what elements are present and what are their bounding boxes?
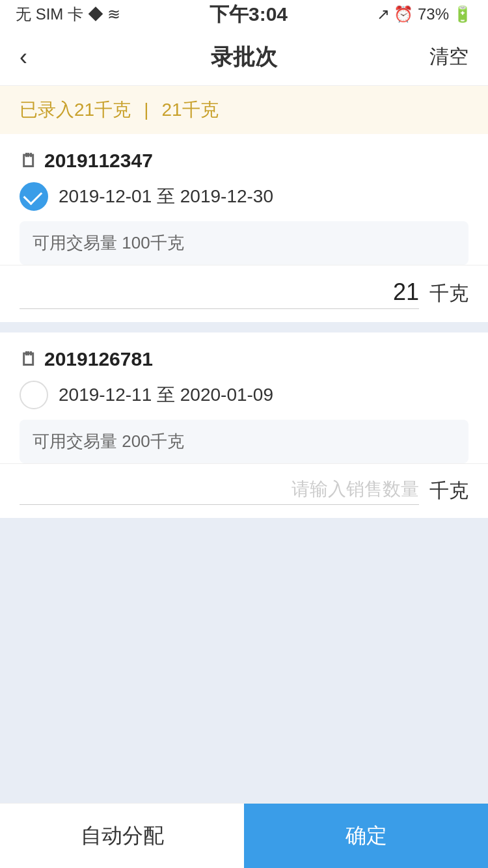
batch-1-available-qty: 可用交易量 100千克 — [20, 221, 468, 265]
bottom-bar: 自动分配 确定 — [0, 803, 488, 868]
info-banner: 已录入21千克 | 21千克 — [0, 86, 488, 134]
batch-1-date-row: 2019-12-01 至 2019-12-30 — [20, 182, 468, 211]
recorded-label: 已录入21千克 — [20, 98, 131, 122]
batch-1-number: 2019112347 — [44, 150, 153, 172]
status-left: 无 SIM 卡 ◆ ≋ — [16, 4, 120, 25]
back-button[interactable]: ‹ — [20, 44, 59, 71]
confirm-button[interactable]: 确定 — [244, 804, 488, 868]
empty-area — [0, 518, 488, 804]
batch-2-unit: 千克 — [429, 478, 468, 504]
page-title: 录批次 — [211, 42, 277, 72]
batch-2-checkbox[interactable] — [20, 381, 48, 409]
batch-2-date-row: 2019-12-11 至 2020-01-09 — [20, 381, 468, 409]
batch-2-header: 🗒 2019126781 — [20, 348, 468, 370]
status-right: ↗ ⏰ 73% 🔋 — [377, 5, 472, 23]
sim-label: 无 SIM 卡 ◆ ≋ — [16, 4, 120, 25]
batch-2-number: 2019126781 — [44, 348, 153, 370]
batch-1-qty-wrapper[interactable]: 21 — [20, 278, 419, 309]
batch-item-1: 🗒 2019112347 2019-12-01 至 2019-12-30 可用交… — [0, 134, 488, 265]
batch-1-header: 🗒 2019112347 — [20, 150, 468, 172]
auto-distribute-button[interactable]: 自动分配 — [0, 804, 244, 868]
batch-2-qty-placeholder: 请输入销售数量 — [291, 477, 419, 502]
batch-1-unit: 千克 — [429, 280, 468, 307]
batch-1-qty-row: 21 千克 — [0, 265, 488, 322]
batch-1-date: 2019-12-01 至 2019-12-30 — [59, 184, 273, 209]
info-amount: 21千克 — [161, 98, 218, 122]
batch-2-date: 2019-12-11 至 2020-01-09 — [59, 383, 273, 407]
batch-2-qty-wrapper[interactable]: 请输入销售数量 — [20, 477, 419, 505]
batch-1-checkbox[interactable] — [20, 182, 48, 211]
batch-1-qty-value: 21 — [380, 278, 419, 306]
nav-bar: ‹ 录批次 清空 — [0, 29, 488, 86]
status-time: 下午3:04 — [210, 1, 288, 28]
batch-2-qty-row: 请输入销售数量 千克 — [0, 463, 488, 518]
batch-1-icon: 🗒 — [20, 150, 38, 172]
info-divider: | — [144, 100, 148, 120]
battery-icon: 🔋 — [453, 5, 472, 23]
status-bar: 无 SIM 卡 ◆ ≋ 下午3:04 ↗ ⏰ 73% 🔋 — [0, 0, 488, 29]
section-divider — [0, 322, 488, 332]
clear-button[interactable]: 清空 — [429, 44, 468, 70]
battery-label: ↗ ⏰ 73% — [377, 5, 449, 23]
batch-2-available-qty: 可用交易量 200千克 — [20, 420, 468, 463]
batch-item-2: 🗒 2019126781 2019-12-11 至 2020-01-09 可用交… — [0, 332, 488, 463]
batch-2-icon: 🗒 — [20, 349, 38, 370]
